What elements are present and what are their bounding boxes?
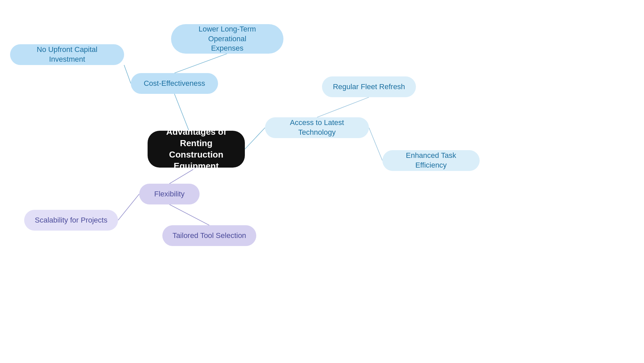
flexibility-node: Flexibility [139,184,200,204]
svg-line-1 [174,54,227,73]
regular-fleet-node: Regular Fleet Refresh [322,76,416,97]
access-technology-node: Access to Latest Technology [265,117,369,138]
svg-line-7 [118,194,139,220]
svg-line-3 [245,128,265,149]
svg-line-8 [169,204,209,225]
center-node: Advantages of RentingConstruction Equipm… [148,131,245,168]
enhanced-efficiency-node: Enhanced Task Efficiency [382,150,480,171]
scalability-node: Scalability for Projects [24,210,118,231]
svg-line-4 [317,97,369,117]
lower-operational-node: Lower Long-Term OperationalExpenses [171,24,283,54]
svg-line-5 [369,128,382,161]
no-upfront-node: No Upfront Capital Investment [10,44,124,65]
cost-effectiveness-node: Cost-Effectiveness [131,73,218,94]
tailored-tool-node: Tailored Tool Selection [162,225,256,246]
svg-line-2 [124,65,131,83]
